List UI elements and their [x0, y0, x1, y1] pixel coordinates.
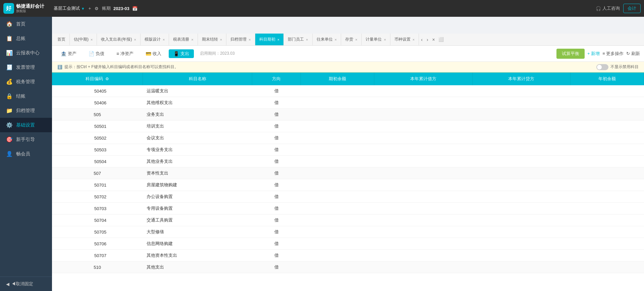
account-label: 会计 [628, 6, 636, 11]
calculate-balance-btn[interactable]: 试算平衡 [556, 49, 585, 59]
tab-income-exp[interactable]: 收入支出表(年报) × [97, 34, 140, 46]
tab-home[interactable]: 首页 [53, 34, 70, 46]
tab-mid[interactable]: 估(中期) × [70, 34, 97, 46]
tab-clients-close[interactable]: × [335, 38, 337, 42]
sub-tab-net-asset[interactable]: ≡ 净资产 [112, 49, 138, 58]
sidebar-item-close[interactable]: 🔒 结账 [0, 89, 52, 103]
tab-mid-close[interactable]: × [91, 38, 93, 42]
sidebar-item-member[interactable]: 👤 畅会员 [0, 147, 52, 161]
sidebar: 🏠 首页 📋 总账 📊 云报表中心 🧾 发票管理 💰 税务管理 🔒 结账 📁 归… [0, 17, 52, 291]
table-row[interactable]: 50704 交通工具购置 借 [52, 214, 644, 226]
cell-debit [374, 120, 473, 132]
table-row[interactable]: 50701 房屋建筑物购建 借 [52, 179, 644, 191]
calendar-icon[interactable]: 📅 [132, 6, 138, 11]
cell-code: 50501 [52, 120, 143, 132]
tab-archive-close[interactable]: × [249, 38, 251, 42]
tab-next-btn[interactable]: › [425, 37, 430, 42]
tab-unit[interactable]: 计量单位 × [362, 34, 390, 46]
sidebar-item-invoice[interactable]: 🧾 发票管理 [0, 60, 52, 75]
help-button[interactable]: 🎧 人工咨询 [596, 5, 620, 11]
tab-dept[interactable]: 部门员工 × [284, 34, 312, 46]
cell-balance [301, 203, 374, 214]
table-row[interactable]: 50702 办公设备购置 借 [52, 191, 644, 203]
close-all-tabs-btn[interactable]: × [430, 37, 437, 42]
add-btn[interactable]: + 新增 [587, 51, 600, 57]
cell-name: 大型修缮 [143, 226, 252, 238]
table-row[interactable]: 50503 专项业务支出 借 [52, 144, 644, 156]
tab-inventory-close[interactable]: × [355, 38, 357, 42]
sidebar-item-report[interactable]: 📊 云报表中心 [0, 46, 52, 60]
cell-code: 50502 [52, 132, 143, 144]
cell-name: 专项业务支出 [143, 144, 252, 156]
cell-balance [301, 238, 374, 250]
table-row[interactable]: 50703 专用设备购置 借 [52, 203, 644, 214]
company-selector[interactable]: 基层工会测试 ▾ [54, 5, 84, 11]
table-row[interactable]: 50707 其他资本性支出 借 [52, 250, 644, 261]
table-row[interactable]: 50501 培训支出 借 [52, 120, 644, 132]
sub-tab-net-asset-label: 净资产 [120, 51, 133, 57]
col-header-year-balance: 年初余额 [571, 72, 644, 85]
col-settings-icon[interactable]: ⚙ [105, 77, 109, 81]
tab-template[interactable]: 模版设计 × [141, 34, 169, 46]
tab-currency-close[interactable]: × [413, 38, 415, 42]
sidebar-item-home[interactable]: 🏠 首页 [0, 17, 52, 31]
sidebar-item-archive[interactable]: 📁 归档管理 [0, 103, 52, 118]
tab-period-end-label: 期末结转 [202, 37, 218, 42]
tab-archive[interactable]: 归档管理 × [226, 34, 255, 46]
sidebar-item-settings[interactable]: ⚙️ 基础设置 [0, 118, 52, 132]
sub-tab-expense[interactable]: 📱 支出 [169, 49, 194, 58]
home-icon: 🏠 [6, 21, 13, 27]
tab-unit-close[interactable]: × [384, 38, 386, 42]
subject-table: 科目编码 ⚙ 科目名称 方向 期初余额 本年累计借方 本年累计贷方 年初余额 5… [52, 72, 644, 273]
cell-code: 50702 [52, 191, 143, 203]
sidebar-label-invoice: 发票管理 [16, 64, 35, 70]
sub-tab-liability[interactable]: 📄 负债 [84, 49, 109, 58]
tab-currency[interactable]: 币种设置 × [390, 34, 419, 46]
show-disabled-toggle[interactable] [596, 64, 608, 70]
tab-period-end[interactable]: 期末结转 × [198, 34, 226, 46]
table-row[interactable]: 507 资本性支出 借 [52, 167, 644, 179]
tab-tax-clear[interactable]: 税表清册 × [169, 34, 198, 46]
table-row[interactable]: 50706 信息网络购建 借 [52, 238, 644, 250]
tab-prev-btn[interactable]: ‹ [419, 37, 425, 42]
table-row[interactable]: 50406 其他维权支出 借 [52, 97, 644, 109]
period-label-text: 账期 [102, 5, 111, 11]
cell-direction: 借 [252, 250, 301, 261]
table-row[interactable]: 50504 其他业务支出 借 [52, 156, 644, 167]
col-header-credit: 本年累计贷方 [472, 72, 571, 85]
cell-debit [374, 132, 473, 144]
add-tab-btn[interactable]: ＋ [88, 5, 92, 11]
cell-balance [301, 179, 374, 191]
tab-clients[interactable]: 往来单位 × [313, 34, 341, 46]
account-button[interactable]: 会计 [623, 4, 641, 13]
sidebar-collapse-btn[interactable]: ◀ ◀取消固定 [0, 277, 52, 291]
sidebar-item-guide[interactable]: 🎯 新手引导 [0, 132, 52, 147]
table-row[interactable]: 50502 会议支出 借 [52, 132, 644, 144]
cell-direction: 借 [252, 120, 301, 132]
tab-dept-close[interactable]: × [306, 38, 308, 42]
table-row[interactable]: 50705 大型修缮 借 [52, 226, 644, 238]
sidebar-item-ledger[interactable]: 📋 总账 [0, 31, 52, 46]
table-row[interactable]: 50405 运温暖支出 借 [52, 85, 644, 97]
sub-tab-income[interactable]: 💳 收入 [141, 49, 166, 58]
tab-subject-init[interactable]: 科目期初 × [255, 34, 284, 46]
sub-tab-asset[interactable]: 🏦 资产 [56, 49, 81, 58]
tab-income-exp-close[interactable]: × [134, 38, 136, 42]
settings-gear-icon[interactable]: ⚙ [95, 6, 99, 11]
refresh-btn[interactable]: ↻ 刷新 [626, 51, 640, 57]
close-period-icon: 🔒 [6, 93, 13, 99]
sidebar-item-tax[interactable]: 💰 税务管理 [0, 75, 52, 89]
cell-direction: 借 [252, 132, 301, 144]
tab-template-close[interactable]: × [163, 38, 165, 42]
tab-clients-label: 往来单位 [317, 37, 333, 42]
period-value-text: 2023-03 [113, 6, 129, 11]
tab-inventory[interactable]: 存货 × [341, 34, 362, 46]
tab-period-end-close[interactable]: × [220, 38, 222, 42]
tab-subject-init-close[interactable]: × [277, 38, 279, 42]
cell-code: 50406 [52, 97, 143, 109]
more-actions-btn[interactable]: ≡ 更多操作 [602, 51, 624, 57]
expand-btn[interactable]: ⬜ [437, 37, 445, 42]
table-row[interactable]: 505 业务支出 借 [52, 109, 644, 120]
table-row[interactable]: 510 其他支出 借 [52, 261, 644, 273]
tab-tax-clear-close[interactable]: × [191, 38, 193, 42]
